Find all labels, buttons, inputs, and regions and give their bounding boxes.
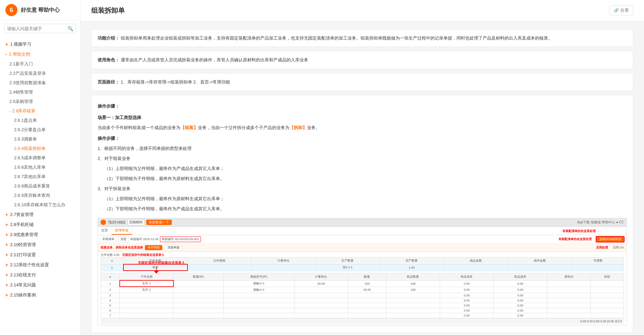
feature-intro-block: 功能介绍： 组装拆卸单用来处理企业组装或拆卸等加工业务，支持有固定装配清单的产品…: [91, 29, 633, 47]
sidebar-item-2-6-10[interactable]: 2.6.10库存账本错了怎么办: [0, 200, 80, 210]
mock-annotation-bom: 有装配清单的在这里处理: [558, 237, 592, 241]
sidebar-item-2-7[interactable]: + 2.7资金管理: [0, 210, 80, 220]
mock-tab-new[interactable]: 新增单据: [112, 227, 132, 235]
sidebar-item-2-15[interactable]: + 2.15操作案例: [0, 290, 80, 300]
mock-lower-row-4: 4 0.00 0.00: [101, 298, 624, 303]
mock-type-annotation: 组装业务、拆卸业务在这里选择: [101, 245, 143, 250]
collapse-icon: -: [5, 52, 7, 57]
sidebar: 6 好生意 帮助中心 🔍 + 1.视频学习 - 2.帮助文档 2.1新手入门 2…: [0, 0, 80, 335]
step3-1: （1）上部明细为父件明细，最终作为原材料生成其它出库单；: [104, 194, 627, 203]
sidebar-item-2-6-7[interactable]: 2.6.7其他出库单: [0, 172, 80, 181]
step3-2: （2）下部明细为子件明细，最终作为产成品生成其它入库单。: [104, 205, 627, 213]
mock-type-btn2[interactable]: 清楚单据: [164, 245, 182, 250]
sidebar-item-2-14[interactable]: + 2.14常见问题: [0, 280, 80, 290]
mock-lower-row-7: 7 0.00 0.00: [101, 313, 624, 318]
sidebar-item-2-12[interactable]: + 2.12系统个性化设置: [0, 260, 80, 270]
mock-lower-row-2: 2 瓦件 2 接触1+1 30.00 100 0.00 0.00: [101, 287, 624, 293]
mock-refresh-btn[interactable]: 刷新数据一下: [146, 220, 172, 225]
sidebar-item-2-6-2[interactable]: 2.6.2分量盘点单: [0, 125, 80, 134]
mock-lower-table: # 子件名称 数量(件) 规格型号(件) 计量单位 数量 耗品数量 单品成本 耗…: [101, 273, 624, 318]
sidebar-item-2-9[interactable]: + 2.9优惠券管理: [0, 230, 80, 240]
mock-upper-label: 父件名数 0.00: [101, 253, 119, 257]
mock-topbar: TEST-H002 历期期间 刷新数据一下 App下载 电脑端 帮助中心 ● C…: [98, 218, 627, 227]
mock-col-adjust: 可调整: [572, 258, 624, 265]
mock-upper-table: # 父件名称 父件规格 计量单位 生产数量 实产数量 成品金额 成本金额 可调整: [101, 257, 624, 271]
sidebar-item-2-6-3[interactable]: 2.6.3调拨单: [0, 134, 80, 144]
main-area: 组装拆卸单 🔗 分享 功能介绍： 组装拆卸单用来处理企业组装或拆卸等加工业务，支…: [80, 0, 644, 335]
screenshot-container: TEST-H002 历期期间 刷新数据一下 App下载 电脑端 帮助中心 ● C…: [98, 218, 627, 326]
sidebar-item-2-6[interactable]: - 2.6库存核算: [0, 106, 80, 116]
main-body: 功能介绍： 组装拆卸单用来处理企业组装或拆卸等加工业务，支持有固定装配清单的产品…: [80, 21, 644, 335]
mock-col-name: 父件名称: [123, 258, 187, 265]
page-title: 组装拆卸单: [91, 6, 125, 15]
mock-col-actual-qty: 实产数量: [380, 258, 444, 265]
mock-doc-num: 单据编号 AD-20191226-001: [160, 236, 201, 242]
path-label: 页面路径：: [98, 79, 119, 85]
mock-nav-tabs: 自页 新增单据: [98, 227, 627, 235]
sidebar-item-2-3[interactable]: 2.3使用前数据准备: [0, 78, 80, 88]
mock-enable-annotation: 启用处理: [596, 245, 608, 250]
mock-tab-home[interactable]: 自页: [98, 227, 112, 235]
path-block: 页面路径： 1、库存核算->库存管理->组装拆卸单 2、首页->常用功能: [91, 73, 633, 91]
app-logo: 6: [5, 4, 17, 16]
sidebar-item-2-4[interactable]: 2.4销售管理: [0, 88, 80, 97]
mock-upper-row-1: 1 米米 按1:1-1 1.00: [101, 264, 624, 271]
sidebar-item-2-2[interactable]: 2.2产品安装及登录: [0, 69, 80, 78]
mock-col-num: #: [101, 258, 123, 265]
sidebar-item-2-1[interactable]: 2.1新手入门: [0, 59, 80, 69]
step2-2: （2）下部明细为子件明细，最终作为原材料生成其它出库单。: [104, 174, 627, 183]
mock-col-spec: 父件规格: [187, 258, 252, 265]
sidebar-item-2-6-1[interactable]: 2.6.1盘点单: [0, 116, 80, 125]
ops-steps-label: 操作步骤：: [98, 136, 119, 141]
search-input[interactable]: [7, 26, 67, 31]
nav-tree: + 1.视频学习 - 2.帮助文档 2.1新手入门 2.2产品安装及登录 2.3…: [0, 37, 80, 303]
sidebar-item-2-5[interactable]: 2.5采购管理: [0, 97, 80, 106]
mock-lower-row-5: 5 0.00 0.00: [101, 303, 624, 308]
sidebar-item-2-8[interactable]: + 2.8手机旺铺: [0, 220, 80, 230]
sidebar-item-2-6-5[interactable]: 2.6.5成本调整单: [0, 153, 80, 163]
mock-col-prod-qty: 生产数量: [316, 258, 380, 265]
mock-lower-section: # 子件名称 数量(件) 规格型号(件) 计量单位 数量 耗品数量 单品成本 耗…: [98, 272, 627, 325]
share-button[interactable]: 🔗 分享: [609, 5, 633, 15]
sidebar-item-2-6-9[interactable]: 2.6.9库存账本查询: [0, 191, 80, 200]
sidebar-item-2-11[interactable]: + 2.11打印设置: [0, 250, 80, 260]
mock-toolbar: 本期调单 清楚 单据编号 2019-12-26 单据编号 AD-20191226…: [98, 235, 627, 244]
mock-upper-annotation: 无固定流存中的组装在这里录入: [122, 253, 164, 257]
sidebar-header: 6 好生意 帮助中心: [0, 0, 80, 20]
mock-screenshot: TEST-H002 历期期间 刷新数据一下 App下载 电脑端 帮助中心 ● C…: [98, 218, 627, 326]
role-label: 使用角色：: [98, 57, 119, 62]
app-title: 好生意 帮助中心: [21, 7, 60, 14]
mock-lower-row-1: 1 瓦件 1 接触1+1 30.00 100 100 0.00 0.00: [101, 280, 624, 287]
mock-bom-annotation: 有装配清单的在这里处理 →: [562, 229, 600, 233]
sidebar-item-2-6-4[interactable]: 2.6.4组装拆卸单: [0, 144, 80, 153]
mock-toolbar-wrapper: 本期调单 清楚 单据编号 2019-12-26 单据编号 AD-20191226…: [98, 235, 627, 244]
sidebar-item-2-10[interactable]: + 2.10经营管理: [0, 240, 80, 250]
sidebar-item-2-6-8[interactable]: 2.6.8商品成本重算: [0, 181, 80, 191]
sidebar-item-2-6-6[interactable]: 2.6.6其他入库单: [0, 163, 80, 172]
share-icon: 🔗: [614, 8, 619, 13]
mock-btn-clear[interactable]: 清楚: [118, 236, 129, 242]
mock-type-row: 组装业务、拆卸业务在这里选择 本件明细 清楚单据 启用处理 启用 On: [98, 244, 627, 252]
role-text: 通常由生产人员或库管人员完成拆装业务的操作，库管人员确认原材料的出库和产成品的入…: [121, 57, 308, 62]
search-box[interactable]: 🔍: [4, 24, 76, 33]
scene-desc: 当由多个子件材料组装成一个成品的业务为【组装】业务，当由一个父件拆分成多个子产品…: [98, 123, 627, 132]
mock-col-prod-amount: 成品金额: [444, 258, 508, 265]
path-text: 1、库存核算->库存管理->组装拆卸单 2、首页->常用功能: [121, 79, 230, 85]
mock-col-cost-amount: 成本金额: [508, 258, 572, 265]
feature-intro-label: 功能介绍：: [98, 36, 119, 41]
ops-title: 操作步骤：: [98, 104, 119, 109]
sidebar-item-docs[interactable]: - 2.帮助文档: [0, 49, 80, 59]
mock-lower-row-3: 3 0.00 0.00: [101, 293, 624, 298]
sidebar-item-videos[interactable]: + 1.视频学习: [0, 39, 80, 49]
mock-app-id: TEST-H002: [108, 221, 125, 224]
mock-topbar-icons: App下载 电脑端 帮助中心 ● CC: [577, 220, 624, 225]
mock-bom-btn[interactable]: 选择BOM材料表: [596, 236, 625, 242]
mock-logo-icon: [101, 220, 106, 225]
mock-btn-period[interactable]: 本期调单: [100, 236, 117, 242]
mock-period-select: 历期期间: [127, 219, 144, 225]
mock-date: 单据编号 2019-12-26: [130, 237, 159, 241]
role-block: 使用角色： 通常由生产人员或库管人员完成拆装业务的操作，库管人员确认原材料的出库…: [91, 51, 633, 69]
search-icon[interactable]: 🔍: [67, 26, 73, 31]
mock-type-btn1[interactable]: 本件明细: [145, 245, 162, 250]
sidebar-item-2-13[interactable]: + 2.13在线支付: [0, 270, 80, 280]
